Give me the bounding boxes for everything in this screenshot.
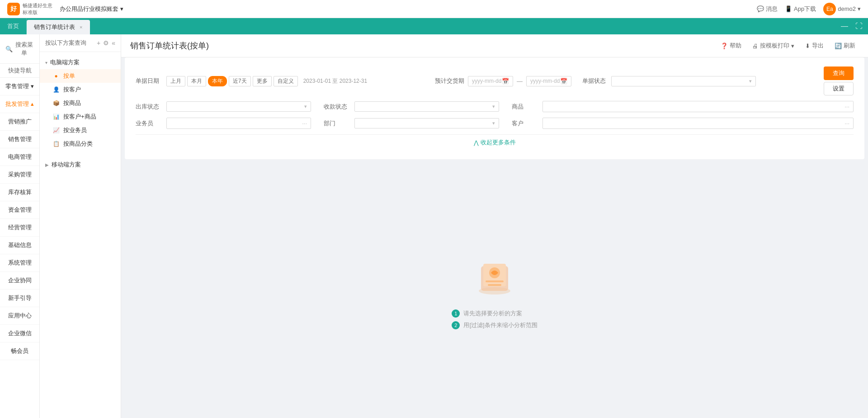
category-icon: 📋 xyxy=(52,140,60,147)
scheme-by-customer[interactable]: 👤 按客户 xyxy=(40,83,121,96)
filter-area: 单据日期 上月 本月 本年 近7天 更多 自定义 2023-01-01 至 20… xyxy=(128,61,861,156)
print-chevron-icon: ▾ xyxy=(791,43,794,49)
customer-ellipsis-icon[interactable]: ··· xyxy=(844,120,849,127)
date-btn-this-month[interactable]: 本月 xyxy=(187,76,206,86)
collapse-panel-button[interactable]: « xyxy=(112,39,115,47)
circle-icon: ● xyxy=(52,72,60,80)
collection-chevron-icon: ▾ xyxy=(492,104,495,109)
scheme-by-product[interactable]: 📦 按商品 xyxy=(40,96,121,110)
sidebar-item-retail[interactable]: 零售管理 ▾ xyxy=(0,78,39,95)
page-header-actions: ❓ 帮助 🖨 按模板打印 ▾ ⬇ 导出 🔄 刷新 xyxy=(717,40,859,52)
sales-icon: 📈 xyxy=(52,127,60,134)
expected-date-label: 预计交货期 xyxy=(435,77,464,85)
sidebar-item-member[interactable]: 畅会员 xyxy=(0,342,39,360)
settings-button[interactable]: 设置 xyxy=(824,82,854,95)
app-selector[interactable]: 办公用品行业模拟账套 ▾ xyxy=(56,4,127,14)
product-icon: 📦 xyxy=(52,100,60,107)
refresh-button[interactable]: 🔄 刷新 xyxy=(831,40,859,52)
minimize-button[interactable]: — xyxy=(839,21,850,32)
delivery-status-select[interactable]: ▾ xyxy=(166,101,311,112)
sidebar-item-system[interactable]: 系统管理 xyxy=(0,254,39,272)
user-chevron-icon: ▾ xyxy=(858,5,861,12)
sidebar-search-area: 🔍 搜索菜单 xyxy=(0,34,39,64)
sidebar-item-enterprise[interactable]: 企业协同 xyxy=(0,272,39,290)
scheme-by-order[interactable]: ● 按单 xyxy=(40,69,121,83)
delivery-chevron-icon: ▾ xyxy=(304,104,307,109)
message-action[interactable]: 💬 消息 xyxy=(757,5,778,13)
sidebar-item-operation[interactable]: 经营管理 xyxy=(0,219,39,237)
query-button[interactable]: 查询 xyxy=(824,66,854,80)
page-header: 销售订单统计表(按单) ❓ 帮助 🖨 按模板打印 ▾ ⬇ 导出 🔄 刷新 xyxy=(121,34,868,57)
top-bar-left: 好 畅捷通好生意 标准版 办公用品行业模拟账套 ▾ xyxy=(7,2,127,15)
sidebar-item-wechat[interactable]: 企业微信 xyxy=(0,325,39,342)
export-button[interactable]: ⬇ 导出 xyxy=(802,40,827,52)
goods-input[interactable]: ··· xyxy=(542,101,854,112)
svg-rect-4 xyxy=(486,280,504,282)
customer-input[interactable]: ··· xyxy=(542,118,854,129)
settings-scheme-button[interactable]: ⚙ xyxy=(103,39,109,47)
sidebar-item-finance[interactable]: 资金管理 xyxy=(0,201,39,219)
date-range-text: 2023-01-01 至 2023-12-31 xyxy=(303,77,367,85)
svg-rect-5 xyxy=(488,284,501,286)
quick-nav-button[interactable]: 快捷导航 xyxy=(0,64,39,78)
goods-ellipsis-icon[interactable]: ··· xyxy=(844,103,849,110)
print-template-button[interactable]: 🖨 按模板打印 ▾ xyxy=(749,40,798,52)
scheme-by-sales[interactable]: 📈 按业务员 xyxy=(40,124,121,137)
customer-label: 客户 xyxy=(512,119,537,128)
sidebar-item-appcenter[interactable]: 应用中心 xyxy=(0,307,39,325)
sidebar-item-purchase[interactable]: 采购管理 xyxy=(0,166,39,184)
date-btn-custom[interactable]: 自定义 xyxy=(274,76,298,86)
date-btn-last-7-days[interactable]: 近7天 xyxy=(229,76,251,86)
main-layout: 🔍 搜索菜单 快捷导航 零售管理 ▾ 批发管理 ▴ 营销推广 销售管理 电商管理… xyxy=(0,34,868,418)
download-icon: 📱 xyxy=(785,5,792,12)
collapse-more-conditions-button[interactable]: ⋀ 收起更多条件 xyxy=(136,134,854,150)
sidebar-item-ecom[interactable]: 电商管理 xyxy=(0,148,39,166)
filter-section: 单据日期 上月 本月 本年 近7天 更多 自定义 2023-01-01 至 20… xyxy=(125,57,864,159)
empty-illustration xyxy=(467,248,522,302)
pc-schemes-section: ▾ 电脑端方案 ● 按单 👤 按客户 📦 按商品 📊 按客户+商品 📈 按业 xyxy=(40,52,121,154)
empty-state: 1 请先选择要分析的方案 2 用[过滤]条件来缩小分析范围 xyxy=(121,159,868,418)
left-panel-actions: + ⚙ « xyxy=(97,39,115,47)
salesperson-input[interactable]: ··· xyxy=(166,118,311,129)
calendar-icon: 📅 xyxy=(502,78,509,85)
expected-end-date-input[interactable]: yyyy-mm-dd 📅 xyxy=(526,76,571,86)
refresh-icon: 🔄 xyxy=(835,43,842,49)
search-menu-button[interactable]: 🔍 搜索菜单 xyxy=(4,38,36,60)
collapse-icon: ⋀ xyxy=(474,139,479,146)
scheme-by-cust-prod[interactable]: 📊 按客户+商品 xyxy=(40,110,121,124)
filter-row-delivery: 出库状态 ▾ 收款状态 ▾ 商品 ··· xyxy=(136,101,854,112)
sidebar-item-newbie[interactable]: 新手引导 xyxy=(0,290,39,307)
expected-start-date-input[interactable]: yyyy-mm-dd 📅 xyxy=(468,76,513,86)
help-button[interactable]: ❓ 帮助 xyxy=(717,40,745,52)
tab-sales-order-stats[interactable]: 销售订单统计表 × xyxy=(27,20,90,34)
pc-schemes-group-header[interactable]: ▾ 电脑端方案 xyxy=(40,56,121,69)
tab-home[interactable]: 首页 xyxy=(0,18,27,34)
add-scheme-button[interactable]: + xyxy=(97,39,100,47)
sidebar-item-marketing[interactable]: 营销推广 xyxy=(0,113,39,131)
sidebar-item-basic[interactable]: 基础信息 xyxy=(0,237,39,254)
collection-status-select[interactable]: ▾ xyxy=(354,101,499,112)
date-btn-last-month[interactable]: 上月 xyxy=(166,76,185,86)
maximize-button[interactable]: ⛶ xyxy=(854,21,864,32)
help-icon: ❓ xyxy=(721,43,728,49)
department-select[interactable]: ▾ xyxy=(354,118,499,128)
empty-step-1: 1 请先选择要分析的方案 xyxy=(452,309,537,318)
date-btn-more[interactable]: 更多 xyxy=(253,76,272,86)
date-btn-this-year[interactable]: 本年 xyxy=(208,76,227,86)
top-bar-right: 💬 消息 📱 App下载 Ea demo2 ▾ xyxy=(757,3,861,15)
action-buttons: 查询 设置 xyxy=(824,66,854,95)
salesperson-ellipsis-icon[interactable]: ··· xyxy=(302,120,307,127)
department-chevron-icon: ▾ xyxy=(492,120,495,126)
mobile-schemes-group-header[interactable]: ▶ 移动端方案 xyxy=(40,158,121,171)
app-download-action[interactable]: 📱 App下载 xyxy=(785,5,816,13)
print-icon: 🖨 xyxy=(752,43,758,49)
cust-prod-icon: 📊 xyxy=(52,113,60,120)
tab-close-icon[interactable]: × xyxy=(80,24,82,30)
sidebar-item-inventory[interactable]: 库存核算 xyxy=(0,184,39,201)
sidebar-item-wholesale[interactable]: 批发管理 ▴ xyxy=(0,95,39,113)
order-status-select[interactable]: ▾ xyxy=(611,76,756,86)
sidebar-item-sales[interactable]: 销售管理 xyxy=(0,131,39,148)
logo-area: 好 畅捷通好生意 标准版 xyxy=(7,2,52,15)
user-avatar-area[interactable]: Ea demo2 ▾ xyxy=(823,3,861,15)
scheme-by-category[interactable]: 📋 按商品分类 xyxy=(40,137,121,151)
